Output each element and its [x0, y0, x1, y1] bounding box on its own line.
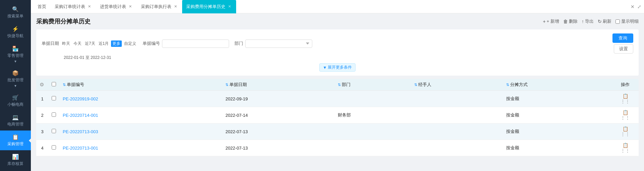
row-doc-no: PE-20220713-003 — [59, 123, 222, 140]
doc-no-label: 单据编号 — [143, 40, 160, 47]
row-method: 按金额 — [503, 140, 612, 156]
table-row: 3 PE-20220713-003 2022-07-13 按金额 📋 ⋮⋮ — [36, 123, 639, 140]
doc-no-link[interactable]: PE-20220713-003 — [63, 129, 98, 134]
query-button[interactable]: 查询 — [612, 33, 633, 43]
row-handler — [411, 123, 503, 140]
row-number: 4 — [36, 140, 48, 156]
yesterday-btn[interactable]: 昨天 — [61, 40, 71, 47]
sidebar-item-label: 采购管理 — [7, 141, 23, 147]
expand-more-area: ▼ 展开更多条件 — [42, 63, 633, 72]
date-range-group: 2022-01-01 至 2022-12-31 — [42, 55, 111, 61]
export-button[interactable]: ↑ 导出 — [582, 18, 594, 24]
sidebar-item-小畅电商[interactable]: 🛒 小畅电商 — [0, 91, 31, 111]
date-range-row: 2022-01-01 至 2022-12-31 — [42, 55, 633, 61]
delete-button[interactable]: 🗑 删除 — [563, 18, 578, 24]
filter-area: 单据日期 昨天 今天 近7天 近1月 更多 自定义 单据编号 部门 — [36, 29, 639, 76]
more-actions-icon[interactable]: ⋮⋮ — [620, 147, 631, 154]
method-col-header: ⇅分摊方式 — [503, 79, 612, 91]
page-header: 采购费用分摊单历史 + + 新增 🗑 删除 ↑ 导出 ↻ 刷新 — [36, 17, 639, 25]
tab-close-icon[interactable]: ✕ — [87, 4, 92, 9]
tab-close-icon[interactable]: ✕ — [173, 4, 178, 9]
row-date: 2022-07-13 — [222, 140, 334, 156]
sort-icon: ⇅ — [506, 83, 509, 87]
row-method: 按金额 — [503, 91, 612, 107]
sidebar-item-库存核算[interactable]: 📊 库存核算 — [0, 150, 31, 170]
table-header-row: ⚙ ⇅单据编号 ⇅单据日期 ⇅部门 — [36, 79, 639, 91]
chevron-down-icon: ▼ — [323, 65, 327, 70]
last7days-btn[interactable]: 近7天 — [84, 40, 96, 47]
dept-filter-group: 部门 — [234, 39, 312, 48]
sidebar-item-采购管理[interactable]: 📋 采购管理 — [0, 131, 31, 150]
row-checkbox-cell — [48, 140, 59, 156]
more-actions-icon[interactable]: ⋮⋮ — [620, 114, 631, 121]
tab-2[interactable]: 进货单统计表✕ — [96, 0, 137, 13]
row-dept — [334, 140, 411, 156]
tab-3[interactable]: 采购订单执行表✕ — [137, 0, 182, 13]
maximize-icon[interactable]: ⤢ — [637, 4, 641, 9]
sidebar-icon: 💻 — [12, 114, 19, 120]
select-all-checkbox[interactable] — [52, 82, 56, 86]
tab-close-icon[interactable]: ✕ — [128, 4, 132, 9]
sidebar-icon: 📦 — [12, 70, 19, 76]
refresh-icon: ↻ — [598, 19, 602, 24]
tab-label: 进货单统计表 — [100, 4, 126, 10]
sidebar-item-电商管理[interactable]: 💻 电商管理 — [0, 111, 31, 131]
tab-bar: 首页采购订单统计表✕进货单统计表✕采购订单执行表✕采购费用分摊单历史✕ ✕ ⤢ — [31, 0, 644, 13]
row-checkbox[interactable] — [52, 129, 56, 133]
row-ops: 📋 ⋮⋮ — [612, 140, 639, 156]
row-doc-no: PE-20220714-001 — [59, 107, 222, 123]
tab-label: 首页 — [38, 4, 46, 10]
doc-no-link[interactable]: PE-20220714-001 — [63, 113, 98, 118]
sidebar-item-快捷导航[interactable]: ⚡ 快捷导航 — [0, 22, 31, 42]
row-date: 2022-09-19 — [222, 91, 334, 107]
row-checkbox-cell — [48, 91, 59, 107]
export-icon: ↑ — [582, 19, 584, 24]
toolbar: + + 新增 🗑 删除 ↑ 导出 ↻ 刷新 显示明细 — [543, 18, 639, 24]
tab-bar-right: ✕ ⤢ — [631, 4, 641, 9]
sidebar-item-零售管理[interactable]: 🏪 零售管理 ▼ — [0, 42, 31, 67]
more-btn[interactable]: 更多 — [111, 40, 122, 47]
row-ops: 📋 ⋮⋮ — [612, 91, 639, 107]
doc-no-link[interactable]: PE-20220919-002 — [63, 96, 98, 101]
custom-btn[interactable]: 自定义 — [123, 40, 137, 47]
row-method: 按金额 — [503, 107, 612, 123]
dept-col-header: ⇅部门 — [334, 79, 411, 91]
delete-icon: 🗑 — [563, 19, 568, 24]
tab-close-icon[interactable]: ✕ — [227, 4, 232, 9]
row-checkbox[interactable] — [52, 96, 56, 100]
tab-4[interactable]: 采购费用分摊单历史✕ — [182, 0, 236, 13]
today-btn[interactable]: 今天 — [72, 40, 83, 47]
sort-icon: ⇅ — [338, 83, 341, 87]
close-tab-icon[interactable]: ✕ — [631, 4, 635, 9]
more-actions-icon[interactable]: ⋮⋮ — [620, 98, 631, 105]
column-settings-icon[interactable]: ⚙ — [40, 82, 44, 87]
sidebar-item-批发管理[interactable]: 📦 批发管理 ▼ — [0, 67, 31, 91]
add-button[interactable]: + + 新增 — [543, 18, 559, 24]
sidebar-item-label: 搜索菜单 — [7, 13, 23, 19]
date-col-header: ⇅单据日期 — [222, 79, 334, 91]
doc-no-link[interactable]: PE-20220713-001 — [63, 146, 98, 151]
sidebar: 🔍 搜索菜单 ⚡ 快捷导航 🏪 零售管理 ▼ 📦 批发管理 ▼ 🛒 小畅电商 💻… — [0, 0, 31, 171]
tab-0[interactable]: 首页 — [34, 0, 51, 13]
sidebar-item-label: 批发管理 — [7, 77, 23, 83]
sidebar-icon: 🔍 — [12, 6, 19, 12]
setting-button[interactable]: 设置 — [614, 44, 633, 54]
doc-no-input[interactable] — [162, 39, 229, 48]
tab-1[interactable]: 采购订单统计表✕ — [51, 0, 96, 13]
dept-select[interactable] — [245, 39, 312, 48]
expand-more-button[interactable]: ▼ 展开更多条件 — [319, 63, 356, 72]
row-doc-no: PE-20220919-002 — [59, 91, 222, 107]
row-checkbox[interactable] — [52, 145, 56, 150]
sidebar-item-label: 小畅电商 — [7, 102, 23, 107]
show-detail-toggle[interactable]: 显示明细 — [615, 18, 639, 24]
more-actions-icon[interactable]: ⋮⋮ — [620, 131, 631, 138]
sidebar-item-搜索菜单[interactable]: 🔍 搜索菜单 — [0, 3, 31, 22]
row-handler — [411, 91, 503, 107]
main-area: 首页采购订单统计表✕进货单统计表✕采购订单执行表✕采购费用分摊单历史✕ ✕ ⤢ … — [31, 0, 644, 171]
date-label: 单据日期 — [42, 40, 59, 47]
refresh-button[interactable]: ↻ 刷新 — [598, 18, 611, 24]
row-dept: 财务部 — [334, 107, 411, 123]
settings-col-header: ⚙ — [36, 79, 48, 91]
last1month-btn[interactable]: 近1月 — [98, 40, 110, 47]
row-checkbox[interactable] — [52, 112, 56, 117]
